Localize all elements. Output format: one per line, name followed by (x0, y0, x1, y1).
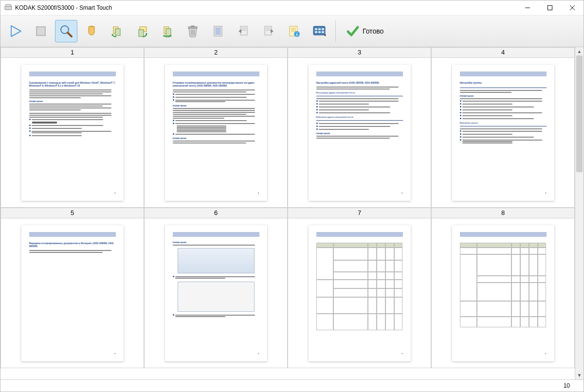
stop-button[interactable] (30, 20, 52, 42)
svg-rect-28 (241, 28, 246, 29)
svg-marker-12 (111, 34, 113, 36)
page-number: 7 (288, 208, 431, 218)
page-count: 10 (564, 382, 570, 389)
done-label: Готово (363, 27, 383, 35)
maximize-button[interactable] (539, 0, 561, 15)
rescan-before-button[interactable] (232, 20, 255, 42)
svg-rect-17 (166, 29, 171, 36)
close-button[interactable] (561, 0, 584, 15)
svg-marker-34 (271, 29, 274, 33)
svg-rect-3 (548, 6, 552, 10)
title-bar: KODAK S2000f/S3000 - Smart Touch (0, 0, 584, 16)
svg-rect-32 (266, 28, 271, 29)
thumbnail-cell[interactable]: 1 Сканирование с помощью веб-служб для W… (0, 47, 144, 208)
pan-button[interactable] (80, 20, 103, 42)
scroll-down-icon[interactable]: ▼ (575, 371, 584, 379)
app-window: KODAK S2000f/S3000 - Smart Touch (0, 0, 584, 392)
minimize-button[interactable] (516, 0, 539, 15)
done-button[interactable]: Готово (341, 20, 389, 42)
window-title: KODAK S2000f/S3000 - Smart Touch (15, 4, 112, 11)
thumbnail-cell[interactable]: 2 Отправка отсканированных документов не… (144, 47, 288, 208)
blank-page-button[interactable] (207, 20, 229, 42)
thumbnail-cell[interactable]: 7 ● (288, 208, 431, 368)
svg-marker-48 (324, 35, 326, 36)
thumbnail-cell[interactable]: 3 Настройка адресной книги (ADS-2800W, A… (288, 47, 431, 208)
svg-line-9 (68, 33, 72, 36)
rotate-180-button[interactable] (156, 20, 179, 42)
status-bar: 10 (0, 379, 584, 392)
svg-rect-41 (313, 26, 325, 35)
thumbnail-grid: 1 Сканирование с помощью веб-служб для W… (0, 47, 575, 379)
page-number: 2 (145, 48, 287, 58)
svg-text:i: i (296, 32, 298, 37)
svg-rect-26 (215, 27, 221, 35)
content-area: 1 Сканирование с помощью веб-служб для W… (0, 47, 584, 379)
svg-rect-11 (115, 29, 120, 36)
thumbnail-cell[interactable]: 5 Передача отсканированных документов в … (0, 208, 144, 368)
view-grid-button[interactable] (308, 20, 330, 42)
svg-rect-33 (266, 30, 271, 31)
scroll-up-icon[interactable]: ▲ (575, 47, 584, 55)
svg-rect-21 (191, 26, 194, 27)
scroll-thumb[interactable] (576, 55, 583, 172)
vertical-scrollbar[interactable]: ▲ ▼ (575, 47, 584, 379)
rescan-after-button[interactable] (257, 20, 280, 42)
svg-rect-29 (241, 30, 246, 31)
thumbnail-cell[interactable]: 4 Настройка группы ПРИМЕЧАНИЕ (431, 47, 575, 208)
svg-rect-14 (139, 30, 144, 36)
svg-rect-43 (318, 28, 321, 30)
svg-rect-44 (322, 28, 324, 30)
page-number: 6 (145, 208, 287, 218)
rotate-ccw-button[interactable] (106, 20, 128, 42)
page-number: 3 (288, 48, 431, 58)
svg-marker-30 (238, 29, 241, 33)
zoom-button[interactable] (55, 20, 77, 42)
page-number: 4 (432, 48, 574, 58)
svg-rect-46 (318, 31, 321, 33)
app-icon (4, 4, 12, 12)
page-number: 8 (432, 208, 574, 218)
svg-rect-45 (315, 31, 317, 33)
svg-marker-6 (11, 26, 21, 36)
info-button[interactable]: i (283, 20, 305, 42)
svg-rect-47 (322, 31, 324, 33)
thumbnail-cell[interactable]: 8 ● (431, 208, 575, 368)
page-number: 1 (1, 48, 144, 58)
page-number: 5 (1, 208, 144, 218)
svg-marker-15 (146, 33, 147, 35)
svg-rect-42 (315, 28, 317, 30)
svg-rect-1 (6, 4, 11, 6)
thumbnail-cell[interactable]: 6 ПРИМЕЧАНИЕ ● (144, 208, 288, 368)
svg-rect-7 (36, 27, 45, 36)
scan-button[interactable] (4, 20, 27, 42)
toolbar-separator (335, 20, 336, 42)
delete-button[interactable] (182, 20, 204, 42)
rotate-cw-button[interactable] (131, 20, 153, 42)
main-toolbar: i Готово (0, 16, 584, 47)
